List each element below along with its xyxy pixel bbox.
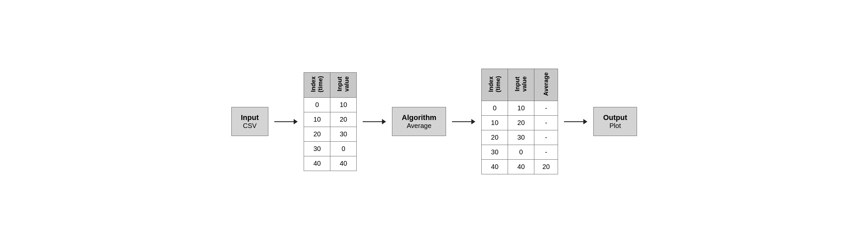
- algorithm-box-title: Algorithm: [402, 113, 436, 122]
- diagram: Input CSV Index(time) Inputvalue 0: [231, 69, 637, 174]
- algorithm-box-subtitle: Average: [402, 122, 436, 130]
- table-row: 010-: [482, 101, 558, 116]
- table-row: 2030-: [482, 130, 558, 145]
- svg-marker-3: [382, 119, 386, 124]
- output-table-container: Index(time) Inputvalue Average 010-1020-…: [481, 69, 558, 174]
- output-box-title: Output: [603, 113, 627, 122]
- table-row: 2030: [304, 127, 356, 141]
- algorithm-box: Algorithm Average: [392, 107, 446, 136]
- arrow-1: [274, 118, 298, 126]
- input-box-subtitle: CSV: [241, 122, 259, 130]
- table-row: 4040: [304, 156, 356, 171]
- arrow-3: [452, 118, 475, 126]
- arrow-4: [564, 118, 587, 126]
- output-box-subtitle: Plot: [603, 122, 627, 130]
- input-table-header-value: Inputvalue: [330, 72, 356, 97]
- output-table-header-average: Average: [534, 69, 558, 101]
- table-row: 010: [304, 97, 356, 112]
- input-table-header-index: Index(time): [304, 72, 330, 97]
- table-row: 300-: [482, 145, 558, 160]
- table-row: 1020: [304, 112, 356, 127]
- output-table: Index(time) Inputvalue Average 010-1020-…: [481, 69, 558, 174]
- svg-marker-7: [583, 119, 587, 124]
- output-box: Output Plot: [593, 107, 637, 136]
- input-box-title: Input: [241, 113, 259, 122]
- output-table-header-value: Inputvalue: [508, 69, 534, 101]
- input-table-container: Index(time) Inputvalue 01010202030300404…: [304, 72, 356, 171]
- arrow-2: [363, 118, 386, 126]
- table-row: 404020: [482, 160, 558, 174]
- table-row: 1020-: [482, 116, 558, 130]
- table-row: 300: [304, 141, 356, 156]
- input-table: Index(time) Inputvalue 01010202030300404…: [304, 72, 356, 171]
- output-table-header-index: Index(time): [482, 69, 508, 101]
- svg-marker-5: [471, 119, 475, 124]
- input-box: Input CSV: [231, 107, 269, 136]
- svg-marker-1: [294, 119, 298, 124]
